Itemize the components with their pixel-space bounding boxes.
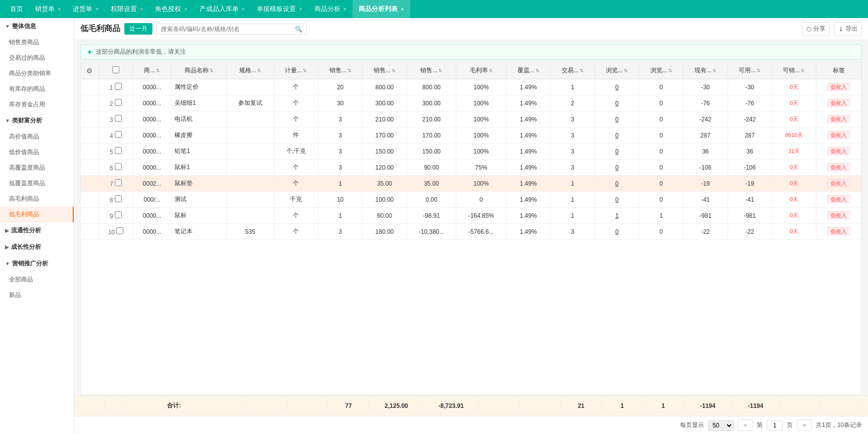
row-checkbox[interactable] [115,163,122,170]
page-header: 低毛利商品 近一月 🔍 ⬡ 分享 ⤓ 导出 [74,18,868,40]
search-input[interactable] [161,26,295,33]
sidebar-item-traded-goods[interactable]: 交易过的商品 [0,50,74,66]
col-sale-qty[interactable]: 销售...⇅ [318,62,362,79]
col-available[interactable]: 可用...⇅ [728,62,772,79]
col-trade[interactable]: 交易...⇅ [551,62,595,79]
nav-template-settings[interactable]: 单据模板设置 × [251,0,308,18]
sidebar-item-low-value[interactable]: 低价值商品 [0,144,74,160]
period-button[interactable]: 近一月 [124,23,152,35]
view1-link[interactable]: 0 [615,84,619,91]
nav-purchase-order[interactable]: 进货单 × [67,0,104,18]
row-view1[interactable]: 1 [595,208,639,224]
nav-permission-settings[interactable]: 权限设置 × [105,0,149,18]
view1-link[interactable]: 0 [615,148,619,155]
row-name: 铅笔1 [171,143,227,160]
row-trade: 1 [551,79,595,95]
settings-icon[interactable]: ⚙ [86,67,93,75]
row-settings [81,176,99,192]
view1-link[interactable]: 0 [615,100,619,107]
close-icon[interactable]: × [58,6,61,12]
nav-home[interactable]: 首页 [4,0,29,18]
row-settings [81,160,99,176]
nav-role-auth[interactable]: 角色授权 × [149,0,193,18]
view1-link[interactable]: 1 [615,212,619,219]
col-checkbox[interactable] [99,62,133,79]
sidebar-group-liquidity[interactable]: ▶ 流通性分析 [0,222,74,239]
sidebar-item-low-coverage[interactable]: 低覆盖度商品 [0,176,74,191]
page-number-input[interactable] [767,420,783,430]
row-tag: 低收入 [816,79,861,95]
sidebar-item-high-value[interactable]: 高价值商品 [0,129,74,144]
sidebar-item-all-goods[interactable]: 全部商品 [0,272,74,287]
sidebar-item-new-goods[interactable]: 新品 [0,287,74,303]
row-settings [81,143,99,160]
row-checkbox[interactable] [115,115,122,122]
col-current-stock[interactable]: 现有...⇅ [683,62,728,79]
row-code: 0000... [133,160,171,176]
view1-link[interactable]: 0 [615,164,619,171]
view1-link[interactable]: 0 [615,132,619,139]
view1-link[interactable]: 0 [615,196,619,203]
sidebar-item-low-margin[interactable]: 低毛利商品 [0,207,74,222]
row-checkbox[interactable] [116,227,123,234]
data-table-container[interactable]: ⚙ 商...⇅ 商品名称⇅ 规格...⇅ 计量...⇅ 销售...⇅ 销售...… [80,62,862,395]
col-name[interactable]: 商品名称⇅ [171,62,227,79]
sidebar-item-category-sales-rate[interactable]: 商品分类助销率 [0,66,74,81]
select-all-checkbox[interactable] [112,66,119,73]
row-checkbox[interactable] [115,211,122,218]
export-button[interactable]: ⤓ 导出 [834,22,862,36]
nav-product-analysis[interactable]: 商品分析 × [308,0,353,18]
row-checkbox[interactable] [115,179,122,186]
view1-link[interactable]: 0 [615,180,619,187]
total-available: -1194 [732,399,780,413]
row-checkbox[interactable] [115,147,122,154]
close-icon[interactable]: × [140,6,143,12]
col-view1[interactable]: 浏览...⇅ [595,62,639,79]
col-view2[interactable]: 浏览...⇅ [639,62,683,79]
col-settings[interactable]: ⚙ [81,62,99,79]
nav-product-analysis-list[interactable]: 商品分析列表 × [353,0,410,18]
close-icon[interactable]: × [401,6,404,12]
row-trade: 3 [551,143,595,160]
col-sale-price[interactable]: 销售...⇅ [363,62,407,79]
sidebar-group-wealth-analysis[interactable]: ▼ 类财富分析 [0,112,74,129]
close-icon[interactable]: × [95,6,98,12]
row-checkbox[interactable] [115,131,122,138]
close-icon[interactable]: × [184,6,187,12]
sidebar-group-marketing[interactable]: ▼ 营销推广分析 [0,255,74,272]
nav-product-inbound[interactable]: 产成品入库单 × [194,0,251,18]
nav-sales-order[interactable]: 销货单 × [29,0,67,18]
row-checkbox[interactable] [115,195,122,202]
search-box[interactable]: 🔍 [156,24,307,35]
col-tag[interactable]: 标签 [816,62,861,79]
col-coverage[interactable]: 覆盖...⇅ [506,62,550,79]
sidebar-item-stock-capital[interactable]: 库存资金占用 [0,97,74,112]
col-spec[interactable]: 规格...⇅ [227,62,274,79]
sidebar-group-overall[interactable]: ▼ 整体信息 [0,18,74,35]
row-checkbox[interactable] [115,83,122,90]
sidebar-item-high-coverage[interactable]: 高覆盖度商品 [0,160,74,176]
col-sale-amount[interactable]: 销售...⇅ [407,62,456,79]
view1-link[interactable]: 0 [615,116,619,123]
close-icon[interactable]: × [242,6,245,12]
share-button[interactable]: ⬡ 分享 [802,22,830,36]
sidebar-group-growth[interactable]: ▶ 成长性分析 [0,239,74,255]
view1-link[interactable]: 0 [615,228,619,235]
col-code[interactable]: 商...⇅ [133,62,171,79]
sidebar-item-sales-goods[interactable]: 销售类商品 [0,35,74,50]
close-icon[interactable]: × [299,6,302,12]
row-settings [81,208,99,224]
per-page-select[interactable]: 50 100 200 [708,420,734,431]
row-unit: 个 [274,224,318,240]
col-gross-margin[interactable]: 毛利率⇅ [456,62,506,79]
sidebar-item-stock-goods[interactable]: 有库存的商品 [0,81,74,97]
close-icon[interactable]: × [343,6,346,12]
row-available: 36 [728,143,772,160]
row-unit: 件 [274,127,318,143]
sidebar-item-high-margin[interactable]: 高毛利商品 [0,191,74,207]
col-unit[interactable]: 计量...⇅ [274,62,318,79]
col-sellable[interactable]: 可销...⇅ [772,62,816,79]
prev-page-button[interactable]: ＜ [738,419,753,431]
row-checkbox[interactable] [115,99,122,106]
next-page-button[interactable]: ＞ [797,419,812,431]
